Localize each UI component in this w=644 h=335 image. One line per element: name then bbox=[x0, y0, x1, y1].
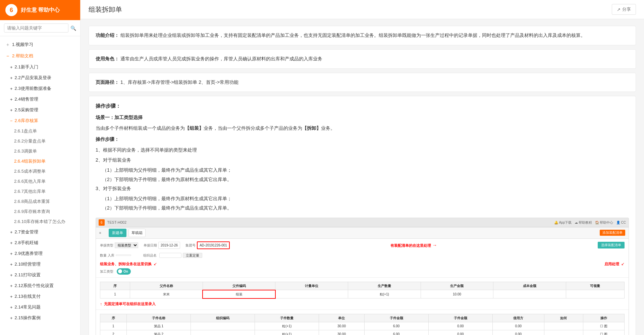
annotation-arrow4: ↑ bbox=[100, 301, 102, 308]
sidebar-item-coupon[interactable]: + 2.9优惠券管理 bbox=[0, 248, 80, 259]
sidebar-item-mobile[interactable]: + 2.8手机旺铺 bbox=[0, 237, 80, 248]
plus-icon: + bbox=[10, 240, 13, 245]
step1: 1、根据不同的业务，选择不同单据的类型来处理 bbox=[96, 146, 629, 154]
ops-title: 操作步骤： bbox=[96, 102, 629, 110]
ss-org-label: 组织品名 bbox=[143, 254, 157, 257]
plus-icon: + bbox=[10, 251, 13, 256]
ss-tab-draft: 草稿箱 bbox=[128, 229, 146, 237]
plus-icon: + bbox=[10, 75, 13, 80]
sidebar: 6 好生意 帮助中心 🔍 + 1.视频学习 − 2.帮助文档 + 2.1新 bbox=[0, 0, 80, 335]
sidebar-item-purchase[interactable]: + 2.5采购管理 bbox=[0, 105, 80, 115]
ss-app-id: TEST-H002 bbox=[107, 219, 126, 226]
search-box: 🔍 bbox=[0, 20, 80, 36]
ss-logo: 6 bbox=[99, 219, 105, 226]
ss-count-label: 数量 入库 bbox=[100, 253, 114, 258]
sidebar-item-transfer[interactable]: 2.6.3调拨单 bbox=[0, 146, 80, 156]
ss-annotation2: 组装业务、拆卸业务在这里切换 bbox=[100, 261, 152, 267]
sidebar-item-finance[interactable]: + 2.7资金管理 bbox=[0, 227, 80, 237]
minus-icon: − bbox=[10, 118, 13, 123]
sidebar-item-docs[interactable]: − 2.帮助文档 bbox=[0, 50, 80, 62]
sidebar-item-install[interactable]: + 2.2产品安装及登录 bbox=[0, 72, 80, 83]
ss-toggle[interactable]: On bbox=[117, 268, 131, 275]
expand-icon: + bbox=[5, 42, 10, 47]
sidebar-item-inventory[interactable]: − 2.6库存核算 bbox=[0, 115, 80, 126]
ss-select-btn[interactable]: 选择装配清单 bbox=[598, 242, 625, 248]
ss-upper-table: 序 父件名称 父件编码 计量单位 生产数量 生产金额 成本金额 可领量 bbox=[100, 282, 625, 299]
share-button[interactable]: ↗ 分享 bbox=[612, 4, 636, 15]
sidebar-header: 6 好生意 帮助中心 bbox=[0, 0, 80, 20]
sidebar-item-label: 2.帮助文档 bbox=[12, 53, 33, 59]
sidebar-item-stocktake[interactable]: 2.6.1盘点单 bbox=[0, 126, 80, 136]
ss-org-value bbox=[159, 253, 181, 258]
ss-date-value: 2019-12-26 bbox=[158, 242, 180, 249]
plus-icon: + bbox=[10, 294, 13, 299]
annotation-arrow3: ↙ bbox=[621, 261, 625, 267]
plus-icon: + bbox=[10, 65, 13, 70]
sidebar-item-newcomer[interactable]: + 2.1新手入门 bbox=[0, 62, 80, 72]
page-title: 组装拆卸单 bbox=[89, 5, 122, 14]
sidebar-item-partial-stocktake[interactable]: 2.6.2分量盘点单 bbox=[0, 136, 80, 146]
ss-type-select[interactable]: 组装类型 bbox=[115, 242, 138, 248]
plus-icon: + bbox=[10, 86, 13, 91]
search-input[interactable] bbox=[4, 23, 68, 33]
sidebar-item-cases[interactable]: + 2.15操作案例 bbox=[0, 313, 80, 323]
ss-count-value bbox=[116, 255, 131, 256]
intro-card: 功能介绍： 组装拆卸单用来处理企业组装或拆卸等加工业务，支持有固定装配清单的产品… bbox=[89, 26, 636, 45]
sidebar-item-ledger-err[interactable]: 2.6.10库存账本错了怎么办 bbox=[0, 217, 80, 227]
step3-sub1: （1）上部明细为父件明细，最终作为原材料生成其它出库单； bbox=[102, 195, 629, 203]
plus-icon: + bbox=[10, 273, 13, 278]
ops-card: 操作步骤： 场景一：加工类型选择 当由多个子件材料组装成一个成品的业务为【组装】… bbox=[89, 96, 636, 335]
sidebar-item-other-in[interactable]: 2.6.6其他入库单 bbox=[0, 176, 80, 186]
plus-icon: + bbox=[10, 305, 13, 310]
plus-icon: + bbox=[10, 108, 13, 113]
plus-icon: + bbox=[10, 283, 13, 288]
sidebar-item-label: 1.视频学习 bbox=[12, 42, 33, 48]
steps-title: 操作步骤： bbox=[96, 135, 629, 144]
sidebar-item-cost-adjust[interactable]: 2.6.5成本调整单 bbox=[0, 166, 80, 176]
ss-nav-icon: ≡ bbox=[99, 230, 107, 236]
sidebar-item-online-pay[interactable]: + 2.13在线支付 bbox=[0, 291, 80, 302]
sidebar-item-faq[interactable]: + 2.14常见问题 bbox=[0, 302, 80, 313]
search-icon[interactable]: 🔍 bbox=[70, 25, 76, 31]
sidebar-item-ledger[interactable]: 2.6.9库存账本查询 bbox=[0, 207, 80, 217]
top-bar: 组装拆卸单 ↗ 分享 bbox=[80, 0, 644, 19]
sidebar-item-print[interactable]: + 2.11打印设置 bbox=[0, 270, 80, 280]
ss-annotation1: 有装配清单的在这里处理 bbox=[390, 243, 431, 247]
sidebar-item-sales[interactable]: + 2.4销售管理 bbox=[0, 94, 80, 105]
ss-confirm-btn[interactable]: 立案定量 bbox=[183, 253, 202, 258]
app-title: 好生意 帮助中心 bbox=[21, 7, 60, 14]
sidebar-item-other-out[interactable]: 2.6.7其他出库单 bbox=[0, 186, 80, 197]
plus-icon: + bbox=[10, 262, 13, 267]
plus-icon: + bbox=[10, 97, 13, 102]
ss-lower-table: 序 子件名称 组织编码 子件数量 单位 子件金额 子件金额 借用方 如何 操作 bbox=[100, 314, 625, 335]
sidebar-item-assembly[interactable]: 2.6.4组装拆卸单 bbox=[0, 156, 80, 166]
sidebar-item-data-prep[interactable]: + 2.3使用前数据准备 bbox=[0, 83, 80, 94]
main-content: 组装拆卸单 ↗ 分享 功能介绍： 组装拆卸单用来处理企业组装或拆卸等加工业务，支… bbox=[80, 0, 644, 335]
logo-circle: 6 bbox=[5, 4, 17, 16]
annotation-arrow2: ↙ bbox=[154, 261, 157, 267]
scene-title: 场景一：加工类型选择 bbox=[96, 115, 143, 120]
share-icon: ↗ bbox=[617, 7, 621, 12]
sidebar-item-video[interactable]: + 1.视频学习 bbox=[0, 39, 80, 50]
sidebar-item-cost-calc[interactable]: 2.6.8商品成本重算 bbox=[0, 197, 80, 207]
plus-icon: + bbox=[10, 230, 13, 235]
ss-assembly-label: 加工类型 bbox=[100, 269, 113, 274]
role-label: 使用角色： bbox=[96, 56, 119, 61]
content-area: 功能介绍： 组装拆卸单用来处理企业组装或拆卸等加工业务，支持有固定装配清单的产品… bbox=[80, 19, 644, 335]
sidebar-item-ops[interactable]: + 2.10经营管理 bbox=[0, 259, 80, 270]
ss-annotation3: 启用处理 bbox=[604, 261, 619, 267]
expand-icon: − bbox=[5, 54, 10, 58]
intro-text: 组装拆卸单用来处理企业组装或拆卸等加工业务，支持有固定装配清单的产品加工业务，也… bbox=[120, 33, 585, 38]
plus-icon: + bbox=[10, 316, 13, 321]
ss-add-btn: 添加装配清单 bbox=[600, 230, 625, 236]
docs-sub-items: + 2.1新手入门 + 2.2产品安装及登录 + 2.3使用前数据准备 + 2.… bbox=[0, 62, 80, 323]
step2-sub1: （1）上部明细为父件明细，最终作为产成品生成其它入库单； bbox=[102, 166, 629, 174]
step2-title: 2、对于组装业务 bbox=[96, 156, 629, 164]
step2-sub2: （2）下部明细为子件明细，最终作为原材料生成其它出库单。 bbox=[102, 176, 629, 184]
nav-section-docs: − 2.帮助文档 + 2.1新手入门 + 2.2产品安装及登录 + 2.3使用前… bbox=[0, 50, 80, 323]
sidebar-item-customize[interactable]: + 2.12系统个性化设置 bbox=[0, 280, 80, 291]
sidebar-nav: + 1.视频学习 − 2.帮助文档 + 2.1新手入门 + 2.2产品安装及登录 bbox=[0, 36, 80, 335]
path-card: 页面路径： 1、库存核算->库存管理->组装拆卸单 2、首页->常用功能 bbox=[89, 73, 636, 92]
role-card: 使用角色： 通常由生产人员或库管人员完成拆装业务的操作，库管人员确认原材料的出库… bbox=[89, 49, 636, 69]
ss-annotation4: 无固定清单可在组织在这里录入 bbox=[104, 301, 156, 307]
